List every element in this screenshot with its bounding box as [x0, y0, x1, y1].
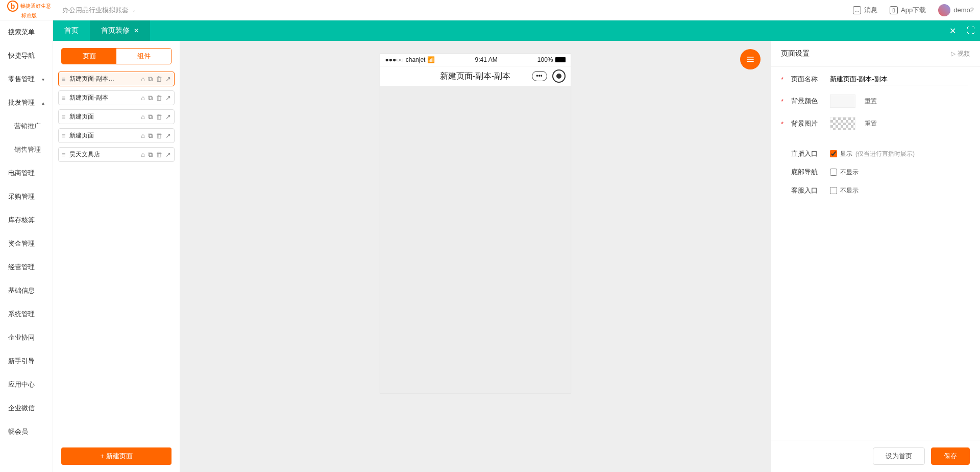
share-icon[interactable]: ↗ [165, 132, 171, 140]
messages-label: 消息 [864, 6, 877, 15]
sidebar-item-operation[interactable]: 经营管理 [0, 255, 53, 279]
delete-icon[interactable]: 🗑 [156, 132, 162, 140]
user-menu[interactable]: demo2 [938, 4, 974, 16]
app-download-link[interactable]: ▯ App下载 [890, 6, 926, 15]
copy-icon[interactable]: ⧉ [148, 94, 153, 102]
miniprogram-menu-icon[interactable]: ••• [532, 71, 547, 81]
sidebar-item-retail[interactable]: 零售管理▾ [0, 67, 53, 91]
share-icon[interactable]: ↗ [165, 151, 171, 159]
sidebar-item-wholesale[interactable]: 批发管理▴ [0, 91, 53, 114]
home-icon[interactable]: ⌂ [141, 113, 145, 121]
page-row[interactable]: ≡ 新建页面-副本… ⌂ ⧉ 🗑 ↗ [58, 72, 175, 86]
save-button[interactable]: 保存 [931, 447, 970, 465]
sidebar-item-inventory[interactable]: 库存核算 [0, 208, 53, 232]
page-name-input[interactable] [830, 73, 968, 85]
bg-color-swatch[interactable] [830, 95, 855, 108]
sidebar-item-search[interactable]: 搜索菜单 [0, 20, 53, 44]
tabs-bar: 首页 首页装修 ✕ ✕ ⛶ [53, 20, 980, 41]
edition-badge: 标准版 [21, 12, 37, 19]
service-entry-checkbox[interactable]: 不显示 [830, 186, 859, 195]
new-page-button[interactable]: + 新建页面 [61, 447, 172, 465]
delete-icon[interactable]: 🗑 [156, 113, 162, 121]
tab-home[interactable]: 首页 [53, 20, 90, 41]
service-entry-label: 客服入口 [791, 186, 823, 195]
menu-fab[interactable] [740, 49, 761, 69]
copy-icon[interactable]: ⧉ [148, 132, 153, 140]
sidebar-item-collab[interactable]: 企业协同 [0, 326, 53, 349]
username-label: demo2 [953, 6, 974, 14]
segment-control: 页面 组件 [61, 48, 172, 64]
home-icon[interactable]: ⌂ [141, 151, 145, 159]
page-row[interactable]: ≡ 昊天文具店 ⌂⧉🗑↗ [58, 147, 175, 162]
copy-icon[interactable]: ⧉ [148, 113, 153, 121]
phone-icon: ▯ [890, 6, 898, 14]
home-icon[interactable]: ⌂ [141, 94, 145, 102]
wifi-icon: 📶 [427, 56, 435, 63]
drag-handle-icon[interactable]: ≡ [62, 95, 65, 102]
battery-label: 100% [537, 56, 553, 63]
bg-image-reset[interactable]: 重置 [863, 120, 879, 128]
sidebar-item-purchase[interactable]: 采购管理 [0, 185, 53, 208]
segment-pages[interactable]: 页面 [62, 49, 116, 64]
miniprogram-close-icon[interactable] [552, 69, 566, 83]
live-entry-hint: (仅当进行直播时展示) [855, 150, 915, 158]
bg-color-reset[interactable]: 重置 [863, 97, 879, 106]
live-entry-label: 直播入口 [791, 149, 823, 158]
page-row[interactable]: ≡ 新建页面 ⌂⧉🗑↗ [58, 128, 175, 143]
delete-icon[interactable]: 🗑 [156, 75, 162, 83]
drag-handle-icon[interactable]: ≡ [62, 76, 65, 83]
settings-panel: 页面设置 ▷ 视频 * 页面名称 * [771, 41, 980, 472]
video-help-link[interactable]: ▷ 视频 [951, 50, 970, 58]
page-name: 昊天文具店 [69, 150, 137, 159]
caret-up-icon: ▴ [42, 100, 44, 106]
delete-icon[interactable]: 🗑 [156, 94, 162, 102]
sidebar-item-quicknav[interactable]: 快捷导航 [0, 44, 53, 67]
set-home-button[interactable]: 设为首页 [873, 447, 925, 465]
sidebar-item-finance[interactable]: 资金管理 [0, 232, 53, 255]
chevron-down-icon: ⌄ [132, 7, 136, 13]
home-icon[interactable]: ⌂ [141, 132, 145, 140]
bg-image-picker[interactable] [830, 117, 855, 130]
canvas: ●●●○○ chanjet 📶 9:41 AM 100% 新建页面-副 [180, 41, 771, 472]
account-dropdown[interactable]: 办公用品行业模拟账套 ⌄ [62, 6, 136, 15]
settings-title: 页面设置 [781, 49, 810, 58]
drag-handle-icon[interactable]: ≡ [62, 113, 65, 121]
bg-image-label: 背景图片 [791, 119, 823, 128]
sidebar-item-basicinfo[interactable]: 基础信息 [0, 279, 53, 302]
share-icon[interactable]: ↗ [165, 94, 171, 102]
delete-icon[interactable]: 🗑 [156, 151, 162, 159]
drag-handle-icon[interactable]: ≡ [62, 132, 65, 139]
copy-icon[interactable]: ⧉ [148, 75, 153, 83]
sidebar-item-marketing[interactable]: 营销推广 [0, 114, 53, 138]
share-icon[interactable]: ↗ [165, 75, 171, 83]
required-icon: * [781, 98, 784, 105]
page-name: 新建页面 [69, 112, 137, 121]
brand-name: 畅捷通好生意 [20, 3, 51, 10]
drag-handle-icon[interactable]: ≡ [62, 151, 65, 158]
bg-color-label: 背景颜色 [791, 97, 823, 106]
avatar [938, 4, 950, 16]
phone-title-bar: 新建页面-副本-副本 ••• [380, 66, 571, 86]
close-all-button[interactable]: ✕ [943, 20, 962, 41]
bottom-nav-checkbox[interactable]: 不显示 [830, 168, 859, 177]
close-icon[interactable]: ✕ [134, 27, 139, 34]
phone-body[interactable] [380, 86, 571, 393]
share-icon[interactable]: ↗ [165, 113, 171, 121]
sidebar-item-member[interactable]: 畅会员 [0, 420, 53, 443]
tab-decorator[interactable]: 首页装修 ✕ [90, 20, 150, 41]
sidebar-item-system[interactable]: 系统管理 [0, 302, 53, 326]
segment-components[interactable]: 组件 [116, 49, 171, 64]
fullscreen-button[interactable]: ⛶ [962, 20, 980, 41]
sidebar-item-wecom[interactable]: 企业微信 [0, 396, 53, 420]
copy-icon[interactable]: ⧉ [148, 151, 153, 159]
sidebar-item-guide[interactable]: 新手引导 [0, 349, 53, 373]
messages-link[interactable]: … 消息 [853, 6, 877, 15]
live-entry-checkbox[interactable]: 显示 (仅当进行直播时展示) [830, 150, 915, 158]
page-row[interactable]: ≡ 新建页面 ⌂⧉🗑↗ [58, 109, 175, 124]
sidebar-item-appcenter[interactable]: 应用中心 [0, 373, 53, 396]
home-icon[interactable]: ⌂ [141, 75, 145, 83]
page-row[interactable]: ≡ 新建页面-副本 ⌂⧉🗑↗ [58, 90, 175, 105]
phone-preview: ●●●○○ chanjet 📶 9:41 AM 100% 新建页面-副 [380, 53, 571, 394]
sidebar-item-sales[interactable]: 销售管理 [0, 138, 53, 161]
sidebar-item-ecommerce[interactable]: 电商管理 [0, 161, 53, 185]
